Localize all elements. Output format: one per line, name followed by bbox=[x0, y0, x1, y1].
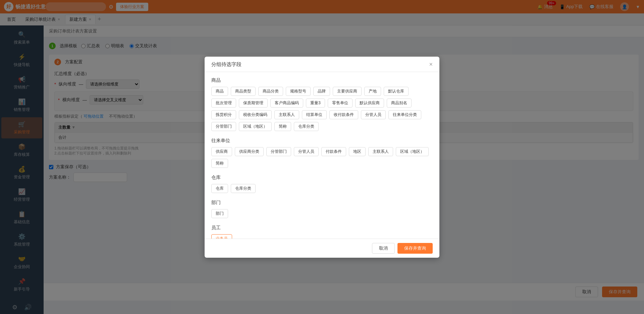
field-chip[interactable]: 仓库 bbox=[211, 184, 228, 193]
field-chip[interactable]: 商品类型 bbox=[231, 87, 256, 96]
field-section-往来单位: 往来单位供应商供应商分类分管部门分管人员付款条件地区主联系人区域（地区）简称 bbox=[211, 138, 433, 168]
field-chip[interactable]: 部门 bbox=[211, 209, 228, 218]
field-grid: 部门 bbox=[211, 209, 433, 218]
field-section-员工: 员工业务员 bbox=[211, 225, 433, 239]
field-chip[interactable]: 拣货积分 bbox=[211, 110, 236, 119]
field-chip[interactable]: 商品分类 bbox=[258, 87, 283, 96]
dialog-cancel-button[interactable]: 取消 bbox=[372, 243, 395, 254]
field-chip[interactable]: 区域（地区） bbox=[239, 122, 272, 131]
field-chip[interactable]: 分管部门 bbox=[211, 122, 236, 131]
field-chip[interactable]: 分管人员 bbox=[294, 147, 319, 156]
field-section-title: 商品 bbox=[211, 77, 433, 83]
field-section-title: 仓库 bbox=[211, 175, 433, 181]
field-chip[interactable]: 简称 bbox=[211, 159, 228, 168]
field-chip[interactable]: 保质期管理 bbox=[239, 99, 268, 108]
field-chip[interactable]: 结算单位 bbox=[302, 110, 327, 119]
field-grid: 仓库仓库分类 bbox=[211, 184, 433, 193]
field-grid: 供应商供应商分类分管部门分管人员付款条件地区主联系人区域（地区）简称 bbox=[211, 147, 433, 168]
field-chip[interactable]: 批次管理 bbox=[211, 99, 236, 108]
field-chip[interactable]: 主联系人 bbox=[368, 147, 393, 156]
field-chip[interactable]: 默认供应商 bbox=[355, 99, 384, 108]
field-chip[interactable]: 分管部门 bbox=[266, 147, 291, 156]
field-grid: 业务员 bbox=[211, 234, 433, 239]
field-chip[interactable]: 仓库分类 bbox=[231, 184, 256, 193]
field-chip[interactable]: 产地 bbox=[364, 87, 381, 96]
field-chip[interactable]: 区域（地区） bbox=[396, 147, 429, 156]
field-chip[interactable]: 仓库分类 bbox=[294, 122, 319, 131]
field-chip[interactable]: 重量3 bbox=[306, 99, 325, 108]
field-chip[interactable]: 零售单位 bbox=[328, 99, 353, 108]
dialog-footer: 取消 保存并查询 bbox=[205, 239, 439, 258]
field-chip[interactable]: 业务员 bbox=[211, 234, 232, 239]
field-section-title: 部门 bbox=[211, 200, 433, 206]
dialog-overlay: 分组待选字段 × 商品商品商品类型商品分类规格型号品牌主要供应商产地默认仓库批次… bbox=[0, 0, 644, 314]
field-section-仓库: 仓库仓库仓库分类 bbox=[211, 175, 433, 193]
field-section-部门: 部门部门 bbox=[211, 200, 433, 218]
dialog-header: 分组待选字段 × bbox=[205, 57, 439, 72]
field-select-dialog: 分组待选字段 × 商品商品商品类型商品分类规格型号品牌主要供应商产地默认仓库批次… bbox=[205, 57, 439, 258]
field-chip[interactable]: 付款条件 bbox=[321, 147, 346, 156]
field-chip[interactable]: 默认仓库 bbox=[384, 87, 409, 96]
field-section-title: 往来单位 bbox=[211, 138, 433, 144]
field-chip[interactable]: 收付款条件 bbox=[329, 110, 358, 119]
field-chip[interactable]: 供应商 bbox=[211, 147, 232, 156]
field-chip[interactable]: 地区 bbox=[349, 147, 366, 156]
field-chip[interactable]: 规格型号 bbox=[286, 87, 311, 96]
dialog-title: 分组待选字段 bbox=[211, 61, 241, 68]
field-chip[interactable]: 主要供应商 bbox=[333, 87, 362, 96]
field-chip[interactable]: 供应商分类 bbox=[235, 147, 264, 156]
field-chip[interactable]: 商品 bbox=[211, 87, 228, 96]
dialog-body[interactable]: 商品商品商品类型商品分类规格型号品牌主要供应商产地默认仓库批次管理保质期管理客户… bbox=[205, 72, 439, 239]
field-chip[interactable]: 主联系人 bbox=[274, 110, 299, 119]
dialog-confirm-button[interactable]: 保存并查询 bbox=[397, 243, 433, 254]
field-chip[interactable]: 往来单位分类 bbox=[388, 110, 421, 119]
field-chip[interactable]: 品牌 bbox=[313, 87, 330, 96]
field-grid: 商品商品类型商品分类规格型号品牌主要供应商产地默认仓库批次管理保质期管理客户商品… bbox=[211, 87, 433, 131]
field-chip[interactable]: 税收分类编码 bbox=[239, 110, 272, 119]
dialog-close-button[interactable]: × bbox=[429, 61, 433, 67]
field-chip[interactable]: 简称 bbox=[274, 122, 291, 131]
field-section-商品: 商品商品商品类型商品分类规格型号品牌主要供应商产地默认仓库批次管理保质期管理客户… bbox=[211, 77, 433, 131]
field-chip[interactable]: 商品别名 bbox=[387, 99, 412, 108]
field-section-title: 员工 bbox=[211, 225, 433, 231]
field-chip[interactable]: 分管人员 bbox=[361, 110, 386, 119]
field-chip[interactable]: 客户商品编码 bbox=[270, 99, 303, 108]
